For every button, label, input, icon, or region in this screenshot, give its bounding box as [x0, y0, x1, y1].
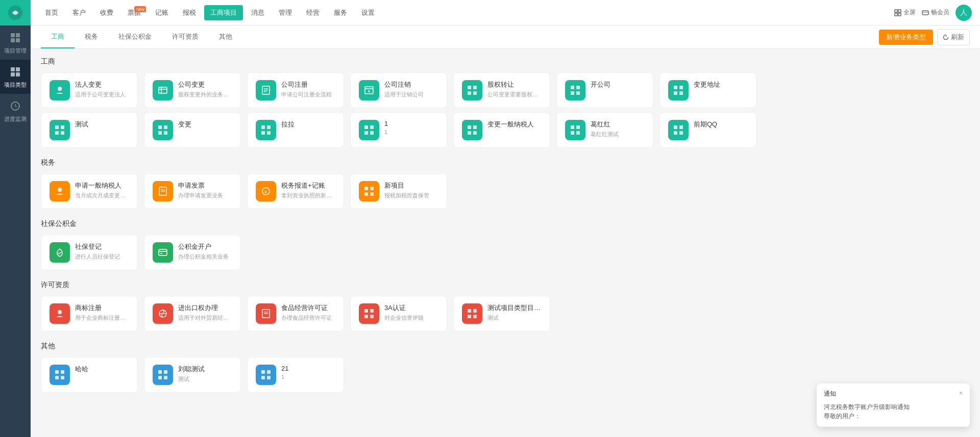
card-haha[interactable]: 哈哈: [41, 357, 138, 393]
card-desc: 1: [281, 374, 335, 380]
svg-rect-79: [160, 253, 162, 254]
sidebar-item-project-manage[interactable]: 项目管理: [0, 25, 31, 60]
card-title: 进出口权办理: [178, 303, 232, 313]
subtab-other[interactable]: 其他: [209, 25, 242, 48]
nav-industrial[interactable]: 工商项目: [204, 5, 243, 20]
svg-rect-103: [267, 370, 271, 374]
svg-rect-58: [473, 131, 477, 135]
card-change-2[interactable]: 变更: [144, 112, 241, 148]
refresh-button[interactable]: 刷新: [937, 29, 970, 45]
card-title: 变更一般纳税人: [487, 120, 542, 129]
new-type-button[interactable]: 新增业务类型: [879, 30, 933, 45]
card-tax-accounting[interactable]: ¥ 税务报道+记账 拿到营业执照的新公司: [247, 173, 344, 209]
card-change-address[interactable]: 变更地址: [659, 72, 756, 108]
nav-operations[interactable]: 经营: [300, 5, 326, 20]
svg-rect-104: [261, 376, 265, 379]
card-icon-ge-hong-hong: [565, 120, 585, 140]
svg-point-26: [368, 90, 370, 92]
nav-settings[interactable]: 设置: [355, 5, 381, 20]
card-food-license[interactable]: 食品经营许可证 办理食品经营许可证: [247, 296, 344, 331]
card-trademark[interactable]: 商标注册 用于企业商标注册服务: [41, 296, 138, 331]
sidebar-item-label: 项目管理: [4, 47, 27, 55]
nav-message[interactable]: 消息: [245, 5, 271, 20]
card-title: 前期QQ: [694, 120, 748, 129]
card-3a-cert[interactable]: 3A认证 对企业信誉评级: [350, 296, 447, 331]
card-one[interactable]: 1 1: [350, 112, 447, 148]
sub-tabs-bar: 工商 税务 社保公积金 许可资质 其他 新增业务类型 刷新: [31, 25, 980, 49]
svg-rect-101: [164, 376, 167, 379]
card-icon-import-export: [153, 303, 173, 324]
card-new-project[interactable]: 新项目 报税加税控盘保管: [350, 173, 447, 209]
svg-point-80: [58, 310, 62, 314]
card-icon-apply-taxpayer: [50, 181, 70, 201]
fullscreen-label: 全屏: [903, 8, 916, 17]
card-icon-apply-invoice: [153, 181, 173, 201]
vip-btn[interactable]: 畅会员: [922, 8, 949, 17]
nav-service[interactable]: 服务: [328, 5, 353, 20]
nav-tax[interactable]: 报税: [177, 5, 202, 20]
svg-rect-74: [370, 187, 374, 190]
card-liu-cong-test[interactable]: 刘聪测试 测试: [144, 357, 241, 393]
nav-customer[interactable]: 客户: [66, 5, 92, 20]
card-icon-new-project: [359, 181, 379, 201]
card-icon-trademark: [50, 303, 70, 324]
svg-rect-94: [55, 370, 59, 374]
card-lala[interactable]: 拉拉: [247, 112, 344, 148]
card-company-cancel[interactable]: 公司注销 适用于注销公司: [350, 72, 447, 108]
card-desc: 适用于注销公司: [384, 91, 438, 98]
subtab-social[interactable]: 社保公积金: [108, 25, 162, 48]
card-change-taxpayer[interactable]: 变更一般纳税人: [453, 112, 550, 148]
card-title: 公司注销: [384, 80, 438, 89]
card-company-change[interactable]: 公司变更 股权变更外的业务变更: [144, 72, 241, 108]
card-test-type[interactable]: 测试项目类型目定义 测试: [453, 296, 550, 331]
svg-rect-49: [261, 131, 265, 135]
section-title-license: 许可资质: [41, 280, 970, 290]
nav-items: 首页 客户 收费 票据 new 记账 报税 工商项目 消息 管理 经营 服务 设…: [39, 5, 894, 20]
card-social-register[interactable]: 社保登记 进行人员社保登记: [41, 235, 138, 270]
card-desc: 适用于对外贸易经营者: [178, 314, 232, 322]
svg-rect-90: [468, 309, 471, 313]
nav-accounting[interactable]: 记账: [149, 5, 175, 20]
license-cards-grid: 商标注册 用于企业商标注册服务 进出口权办理 适用于对外贸易经营者: [41, 296, 970, 331]
svg-rect-66: [679, 131, 683, 135]
svg-rect-95: [61, 370, 64, 374]
card-title: 葛红红: [591, 120, 645, 129]
card-equity-transfer[interactable]: 股权转让 公司变更需要股权转让: [453, 72, 550, 108]
nav-invoice[interactable]: 票据 new: [121, 5, 147, 20]
sidebar: 项目管理 项目类型 进度监测: [0, 0, 31, 437]
nav-home[interactable]: 首页: [39, 5, 64, 20]
card-apply-taxpayer[interactable]: 申请一般纳税人 当月或次月成变更完成: [41, 173, 138, 209]
card-title: 税务报道+记账: [281, 181, 335, 190]
notification-popup: 通知 × 河北税务数字账户升级影响通知 尊敬的用户：: [817, 383, 970, 427]
card-apply-invoice[interactable]: 申请发票 办理申请发票业务: [144, 173, 241, 209]
card-icon-social-register: [50, 242, 70, 263]
subtab-tax[interactable]: 税务: [75, 25, 108, 48]
card-fund-account[interactable]: 公积金开户 办理公积金相关业务: [144, 235, 241, 270]
user-avatar[interactable]: 人: [955, 5, 972, 21]
card-test[interactable]: 测试: [41, 112, 138, 148]
card-ge-hong-hong[interactable]: 葛红红 葛红红测试: [556, 112, 653, 148]
svg-rect-34: [576, 91, 580, 95]
notification-close-btn[interactable]: ×: [959, 390, 963, 398]
card-title: 申请发票: [178, 181, 232, 190]
card-company-register[interactable]: 公司注册 申请公司注册全流程: [247, 72, 344, 108]
nav-management[interactable]: 管理: [273, 5, 298, 20]
card-icon-3a-cert: [359, 303, 379, 324]
card-icon-front-qq: [668, 120, 689, 140]
fullscreen-btn[interactable]: 全屏: [894, 8, 916, 17]
svg-rect-12: [895, 13, 897, 16]
svg-rect-40: [61, 125, 64, 129]
sidebar-item-project-type[interactable]: 项目类型: [0, 60, 31, 94]
card-twenty-one[interactable]: 21 1: [247, 357, 344, 393]
sidebar-item-progress-monitor[interactable]: 进度监测: [0, 94, 31, 128]
card-front-qq[interactable]: 前期QQ: [659, 112, 756, 148]
card-desc: 葛红红测试: [591, 131, 645, 138]
nav-billing[interactable]: 收费: [94, 5, 119, 20]
card-open-company[interactable]: 开公司: [556, 72, 653, 108]
subtab-industrial[interactable]: 工商: [41, 25, 75, 48]
card-legal-change[interactable]: 法人变更 适用于公司变更法人: [41, 72, 138, 108]
card-title: 商标注册: [75, 303, 129, 313]
section-title-tax: 税务: [41, 158, 970, 167]
card-import-export[interactable]: 进出口权办理 适用于对外贸易经营者: [144, 296, 241, 331]
subtab-license[interactable]: 许可资质: [162, 25, 209, 48]
